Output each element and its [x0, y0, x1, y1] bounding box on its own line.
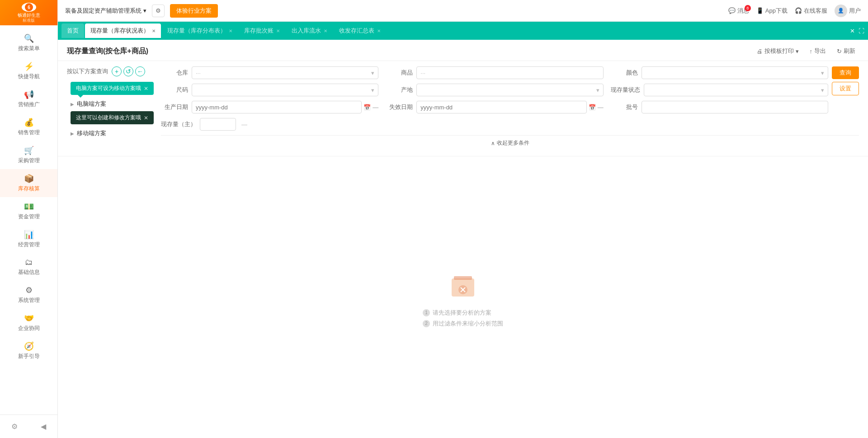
mobile-icon: 📱 [756, 7, 764, 14]
stock-status-select[interactable]: ▾ [644, 84, 828, 96]
print-btn[interactable]: 🖨 按模板打印 ▾ [753, 45, 802, 57]
system-title-dropdown[interactable]: 装备及固定资产辅助管理系统 ▾ [65, 7, 146, 15]
color-select[interactable]: ▾ [642, 66, 828, 79]
marketing-icon: 📢 [24, 89, 34, 99]
header-left: 装备及固定资产辅助管理系统 ▾ ⚙ 体验行业方案 [65, 4, 218, 18]
logo-icon: 6 [22, 3, 36, 12]
tab-close-flow[interactable]: ✕ [324, 28, 327, 33]
enterprise-icon: 🤝 [24, 313, 34, 323]
notification-badge-count: 8 [745, 5, 751, 11]
tab-home[interactable]: 首页 [61, 24, 84, 38]
back-scheme-btn[interactable]: ← [135, 66, 145, 76]
sidebar-item-finance[interactable]: 💵 资金管理 [0, 197, 57, 225]
tab-close-distribution[interactable]: ✕ [229, 28, 232, 33]
support-icon: 🎧 [795, 7, 802, 14]
tooltip-arrow-1 [78, 95, 83, 98]
page-actions: 🖨 按模板打印 ▾ ↑ 导出 ↻ 刷新 [753, 45, 859, 57]
stock-status-label: 现存量状态 [611, 86, 640, 94]
collapse-btn[interactable]: ∧ 收起更多条件 [161, 135, 859, 151]
sidebar-bottom: ⚙ ◀ [0, 414, 57, 438]
page-content: 现存量查询(按仓库+商品) 🖨 按模板打印 ▾ ↑ 导出 ↻ 刷新 [58, 40, 868, 438]
header-right: 💬 消息 8 📱 App下载 🎧 在线客服 👤 用户 [728, 5, 861, 17]
filter-header: 按以下方案查询 + ↺ ← [67, 66, 154, 76]
expiry-date-start[interactable] [416, 101, 586, 113]
expand-icon[interactable]: ▶ [71, 102, 74, 107]
app-download-btn[interactable]: 📱 App下载 [756, 7, 788, 15]
tab-close-stock-status[interactable]: ✕ [152, 28, 156, 33]
settings-bottom-btn[interactable]: ⚙ [8, 420, 21, 433]
tab-close-batch[interactable]: ✕ [276, 28, 280, 33]
tab-stock-distribution[interactable]: 现存量（库存分布表） ✕ [162, 24, 238, 38]
filter-origin-row: 产地 ▾ [386, 84, 603, 96]
tab-summary[interactable]: 收发存汇总表 ✕ [334, 24, 386, 38]
goods-select[interactable]: ··· [416, 66, 603, 79]
online-support-btn[interactable]: 🎧 在线客服 [795, 7, 827, 15]
print-dropdown-icon: ▾ [796, 48, 799, 55]
sidebar-item-marketing[interactable]: 📢 营销推广 [0, 85, 57, 113]
sidebar-item-guide[interactable]: 🧭 新手引导 [0, 337, 57, 365]
size-select[interactable]: ▾ [192, 84, 378, 96]
sidebar-item-operations[interactable]: 📊 经营管理 [0, 225, 57, 253]
sales-icon: 💰 [24, 118, 34, 127]
warehouse-select-arrow: ▾ [371, 70, 374, 76]
goods-select-dots: ··· [420, 70, 425, 76]
empty-tip-1: 1 请先选择要分析的方案 [423, 309, 503, 317]
tab-batch[interactable]: 库存批次账 ✕ [239, 24, 285, 38]
sidebar-item-sales[interactable]: 💰 销售管理 [0, 113, 57, 141]
sidebar-item-quick[interactable]: ⚡ 快捷导航 [0, 57, 57, 85]
tab-stock-status[interactable]: 现存量（库存状况表） ✕ [85, 24, 161, 38]
size-label: 尺码 [161, 86, 188, 94]
tooltip2-close-btn[interactable]: ✕ [144, 115, 148, 121]
scheme-mobile-item[interactable]: ▶ 移动端方案 [67, 128, 154, 139]
origin-label: 产地 [386, 86, 413, 94]
sidebar-item-basics[interactable]: 🗂 基础信息 [0, 253, 57, 281]
system-title: 装备及固定资产辅助管理系统 [65, 7, 142, 15]
tab-fullscreen-btn[interactable]: ⛶ [859, 28, 864, 34]
scheme-pc-item[interactable]: ▶ 电脑端方案 [67, 99, 154, 109]
gear-settings-btn[interactable]: ⚙ [152, 5, 165, 17]
refresh-btn[interactable]: ↻ 刷新 [833, 45, 859, 57]
export-btn[interactable]: ↑ 导出 [806, 45, 830, 57]
industry-solution-btn[interactable]: 体验行业方案 [170, 4, 218, 18]
batch-input[interactable] [642, 101, 828, 113]
user-menu-btn[interactable]: 👤 用户 [835, 5, 861, 17]
tab-bar: 首页 现存量（库存状况表） ✕ 现存量（库存分布表） ✕ 库存批次账 ✕ 出入库… [58, 22, 868, 40]
sidebar-item-search[interactable]: 🔍 搜索菜单 [0, 29, 57, 57]
finance-icon: 💵 [24, 202, 34, 212]
expiry-date-range: 📅 — [416, 101, 603, 113]
warehouse-select[interactable]: ··· ▾ [192, 66, 378, 79]
color-select-arrow: ▾ [821, 70, 824, 76]
search-btn[interactable]: 查询 [832, 66, 859, 79]
sidebar-item-enterprise[interactable]: 🤝 企业协同 [0, 309, 57, 337]
tab-flow[interactable]: 出入库流水 ✕ [286, 24, 333, 38]
scheme-tree: ▶ 电脑端方案 [67, 99, 154, 109]
stock-main-input[interactable] [200, 118, 236, 131]
inventory-icon: 📦 [24, 174, 34, 184]
tip-num-1: 1 [423, 309, 430, 316]
filter-goods-row: 商品 ··· [386, 66, 603, 79]
sidebar-nav: 🔍 搜索菜单 ⚡ 快捷导航 📢 营销推广 💰 销售管理 🛒 采购管理 📦 库存核… [0, 25, 57, 414]
tab-close-all-btn[interactable]: ✕ [850, 28, 855, 34]
search-icon: 🔍 [24, 33, 34, 43]
expiry-date-calendar-icon[interactable]: 📅 [589, 104, 596, 111]
tab-close-summary[interactable]: ✕ [377, 28, 381, 33]
origin-select[interactable]: ▾ [416, 84, 603, 96]
collapse-sidebar-btn[interactable]: ◀ [37, 420, 50, 433]
filter-area: 按以下方案查询 + ↺ ← 电脑方案可设为移动方案哦 ✕ [58, 61, 868, 156]
notification-btn[interactable]: 💬 消息 8 [728, 7, 749, 15]
expand-mobile-icon[interactable]: ▶ [71, 131, 74, 136]
expiry-date-label: 失效日期 [386, 103, 413, 111]
empty-tip-2: 2 用过滤条件来缩小分析范围 [423, 320, 503, 328]
add-scheme-btn[interactable]: + [112, 66, 122, 76]
prod-date-start[interactable] [192, 101, 362, 113]
reset-btn[interactable]: 设置 [832, 82, 859, 95]
sidebar-item-inventory[interactable]: 📦 库存核算 [0, 169, 57, 197]
sidebar-item-system[interactable]: ⚙ 系统管理 [0, 281, 57, 309]
dropdown-arrow-icon: ▾ [143, 7, 146, 14]
refresh-scheme-btn[interactable]: ↺ [123, 66, 133, 76]
filter-size-row: 尺码 ▾ [161, 84, 378, 96]
tooltip1-close-btn[interactable]: ✕ [144, 85, 148, 92]
search-buttons: 查询 设置 [832, 66, 859, 95]
sidebar-item-purchase[interactable]: 🛒 采购管理 [0, 141, 57, 169]
prod-date-calendar-icon[interactable]: 📅 [363, 104, 371, 111]
